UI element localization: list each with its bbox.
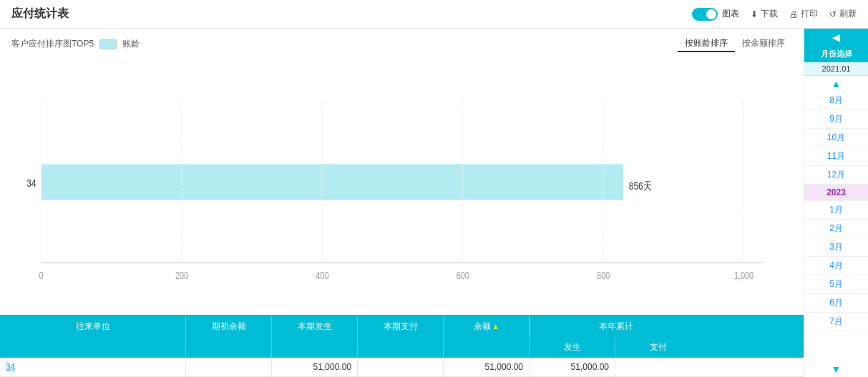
content-area: 客户应付排序图TOP5 账龄 按账龄排序 按余额排序 34 bbox=[0, 29, 868, 377]
page-title: 应付统计表 bbox=[11, 6, 69, 21]
chart-section: 客户应付排序图TOP5 账龄 按账龄排序 按余额排序 34 bbox=[0, 29, 804, 315]
svg-text:200: 200 bbox=[175, 270, 188, 282]
sidebar-header: 月份选择 bbox=[804, 46, 868, 62]
col-current-occur-sub bbox=[272, 337, 358, 358]
sidebar-month-item[interactable]: 11月 bbox=[804, 147, 868, 166]
sort-tabs: 按账龄排序 按余额排序 bbox=[678, 36, 792, 52]
sidebar-month-item[interactable]: 3月 bbox=[804, 238, 868, 257]
sidebar-months-list: 8月9月10月11月12月20231月2月3月4月5月6月7月 bbox=[804, 92, 868, 361]
col-unit-sub bbox=[0, 337, 186, 358]
col-yearly-header: 本年累计 bbox=[530, 316, 701, 337]
download-icon: ⬇ bbox=[751, 9, 758, 19]
header-actions: 图表 ⬇ 下载 🖨 打印 ↺ 刷新 bbox=[692, 8, 857, 21]
sidebar-month-item[interactable]: 2月 bbox=[804, 220, 868, 238]
svg-text:600: 600 bbox=[457, 270, 469, 282]
sidebar-month-item[interactable]: 4月 bbox=[804, 257, 868, 275]
chart-toggle[interactable] bbox=[692, 8, 718, 21]
col-current-pay-header: 本期支付 bbox=[358, 316, 444, 337]
page-header: 应付统计表 图表 ⬇ 下载 🖨 打印 ↺ 刷新 bbox=[0, 0, 868, 29]
col-yearly-pay-header: 支付 bbox=[615, 337, 701, 358]
cell-opening bbox=[186, 358, 272, 376]
sort-by-balance-tab[interactable]: 按账龄排序 bbox=[678, 36, 735, 52]
svg-text:1,000: 1,000 bbox=[734, 270, 754, 282]
sidebar-year-value[interactable]: 2021.01 bbox=[804, 62, 868, 76]
month-sidebar: ◀ 月份选择 2021.01 ▲ 8月9月10月11月12月20231月2月3月… bbox=[804, 29, 868, 377]
sidebar-month-item[interactable]: 12月 bbox=[804, 166, 868, 185]
sidebar-scroll-down-btn[interactable]: ▼ bbox=[804, 361, 868, 377]
balance-flag-icon: ▲ bbox=[492, 323, 499, 331]
col-opening-header: 期初余额 bbox=[186, 316, 272, 337]
svg-text:0: 0 bbox=[39, 270, 44, 282]
svg-text:400: 400 bbox=[316, 270, 328, 282]
sidebar-month-item[interactable]: 10月 bbox=[804, 129, 868, 147]
col-current-pay-sub bbox=[358, 337, 444, 358]
table-header-row2: 发生 支付 bbox=[0, 337, 804, 358]
cell-yearly-occur: 51,000.00 bbox=[530, 358, 615, 376]
col-current-occur-header: 本期发生 bbox=[272, 316, 358, 337]
legend-title: 客户应付排序图TOP5 bbox=[11, 38, 94, 50]
chart-wrapper: 34 856天 0 200 400 600 800 1,000 bbox=[11, 57, 792, 308]
col-balance-sub bbox=[444, 337, 530, 358]
svg-text:856天: 856天 bbox=[629, 180, 652, 192]
print-button[interactable]: 🖨 打印 bbox=[789, 8, 818, 20]
sidebar-month-item[interactable]: 1月 bbox=[804, 201, 868, 220]
sidebar-month-item[interactable]: 8月 bbox=[804, 92, 868, 110]
table-row: 34 51,000.00 51,000.00 51,000.00 bbox=[0, 358, 804, 377]
refresh-button[interactable]: ↺ 刷新 bbox=[829, 8, 857, 20]
legend-left: 客户应付排序图TOP5 账龄 bbox=[11, 38, 140, 50]
svg-rect-1 bbox=[42, 164, 623, 200]
chart-toggle-wrap: 图表 bbox=[692, 8, 739, 21]
legend-box-label: 账龄 bbox=[122, 38, 140, 50]
chart-toggle-label: 图表 bbox=[722, 8, 739, 20]
col-balance-header: 余额 ▲ bbox=[444, 316, 530, 337]
chart-legend: 客户应付排序图TOP5 账龄 按账龄排序 按余额排序 bbox=[11, 36, 792, 52]
print-label: 打印 bbox=[801, 8, 818, 20]
cell-yearly-pay bbox=[615, 358, 701, 376]
table-header-row1: 往来单位 期初余额 本期发生 本期支付 余额 ▲ 本年累计 bbox=[0, 316, 804, 337]
sort-by-amount-tab[interactable]: 按余额排序 bbox=[735, 36, 792, 52]
sidebar-scroll-up-btn[interactable]: ▲ bbox=[804, 76, 868, 92]
chart-svg: 34 856天 0 200 400 600 800 1,000 bbox=[11, 57, 792, 308]
sidebar-month-item[interactable]: 5月 bbox=[804, 275, 868, 294]
sidebar-month-item[interactable]: 9月 bbox=[804, 110, 868, 129]
sidebar-collapse-btn[interactable]: ◀ bbox=[804, 29, 868, 46]
svg-text:34: 34 bbox=[26, 177, 36, 189]
cell-current-occur: 51,000.00 bbox=[272, 358, 358, 376]
cell-current-pay bbox=[358, 358, 444, 376]
print-icon: 🖨 bbox=[789, 9, 798, 19]
col-opening-sub bbox=[186, 337, 272, 358]
sidebar-month-item[interactable]: 6月 bbox=[804, 294, 868, 313]
sidebar-month-item[interactable]: 7月 bbox=[804, 313, 868, 331]
sidebar-month-item[interactable]: 2023 bbox=[804, 185, 868, 201]
refresh-icon: ↺ bbox=[829, 9, 837, 19]
col-yearly-occur-header: 发生 bbox=[530, 337, 615, 358]
download-label: 下载 bbox=[761, 8, 778, 20]
table-section: 往来单位 期初余额 本期发生 本期支付 余额 ▲ 本年累计 bbox=[0, 315, 804, 377]
table-container: 往来单位 期初余额 本期发生 本期支付 余额 ▲ 本年累计 bbox=[0, 316, 804, 377]
download-button[interactable]: ⬇ 下载 bbox=[751, 8, 778, 20]
svg-text:800: 800 bbox=[597, 270, 610, 282]
refresh-label: 刷新 bbox=[839, 8, 857, 20]
cell-balance: 51,000.00 bbox=[444, 358, 530, 376]
legend-box bbox=[99, 39, 117, 49]
col-unit-header: 往来单位 bbox=[0, 316, 186, 337]
cell-unit[interactable]: 34 bbox=[0, 358, 186, 376]
